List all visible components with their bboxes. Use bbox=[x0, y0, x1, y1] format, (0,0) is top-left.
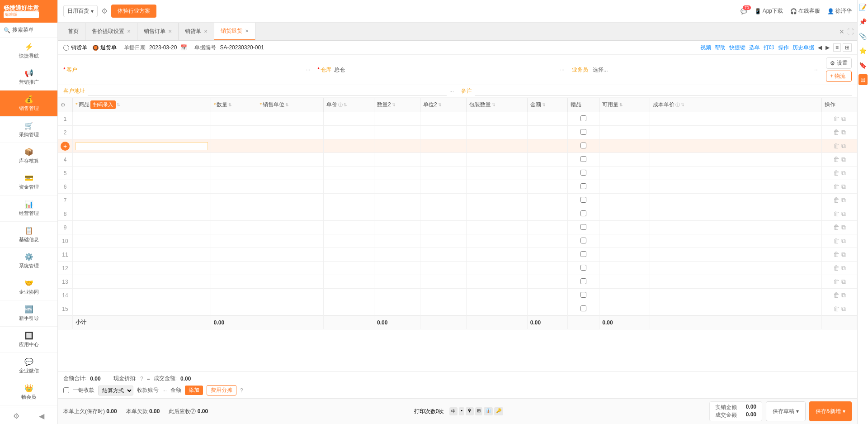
tab-delivery-close-icon[interactable]: ✕ bbox=[204, 29, 208, 34]
sidebar-item-basicinfo[interactable]: 📋 基础信息 bbox=[0, 222, 57, 248]
unit2-cell[interactable] bbox=[420, 248, 467, 262]
unit2-cell[interactable] bbox=[420, 207, 467, 221]
price-cell[interactable] bbox=[324, 275, 374, 289]
cost-price-cell[interactable] bbox=[650, 153, 822, 167]
logistics-btn[interactable]: + 物流 bbox=[826, 71, 852, 82]
right-icon-4[interactable]: ⭐ bbox=[857, 45, 868, 56]
gift-cell[interactable] bbox=[568, 194, 599, 207]
copy-row-icon[interactable]: ⧉ bbox=[841, 156, 846, 163]
sort-unit2-icon[interactable]: ⇅ bbox=[438, 103, 442, 107]
price-info-icon[interactable]: ⓘ bbox=[338, 102, 343, 108]
amount-cell[interactable] bbox=[527, 112, 567, 126]
price-cell[interactable] bbox=[324, 167, 374, 180]
sidebar-item-purchase[interactable]: 🛒 采购管理 bbox=[0, 117, 57, 143]
cost-price-cell[interactable] bbox=[650, 167, 822, 180]
price-cell[interactable] bbox=[324, 153, 374, 167]
price-cell[interactable] bbox=[324, 262, 374, 275]
qty2-cell[interactable] bbox=[374, 275, 420, 289]
gift-cell[interactable] bbox=[568, 275, 599, 289]
unit2-cell[interactable] bbox=[420, 289, 467, 302]
quantity-cell[interactable] bbox=[211, 262, 257, 275]
scan-button[interactable]: 扫码录入 bbox=[90, 100, 116, 109]
copy-row-icon[interactable]: ⧉ bbox=[841, 291, 846, 299]
qty2-cell[interactable] bbox=[374, 302, 420, 316]
amount-cell[interactable] bbox=[527, 234, 567, 248]
available-cell[interactable] bbox=[599, 234, 650, 248]
unit2-cell[interactable] bbox=[420, 153, 467, 167]
product-cell[interactable] bbox=[73, 139, 211, 153]
pkg-qty-cell[interactable] bbox=[466, 112, 527, 126]
pkg-qty-cell[interactable] bbox=[466, 302, 527, 316]
app-download-button[interactable]: 📱 App下载 bbox=[755, 7, 783, 15]
price-cell[interactable] bbox=[324, 112, 374, 126]
pkg-qty-cell[interactable] bbox=[466, 153, 527, 167]
copy-row-icon[interactable]: ⧉ bbox=[841, 129, 846, 136]
radio-delivery-input[interactable] bbox=[63, 45, 69, 51]
cost-price-cell[interactable] bbox=[650, 180, 822, 194]
one-click-payment-checkbox[interactable] bbox=[63, 387, 69, 393]
search-menu[interactable]: 🔍 搜索菜单 bbox=[0, 23, 57, 38]
unit2-cell[interactable] bbox=[420, 180, 467, 194]
tab-home[interactable]: 首页 bbox=[61, 23, 85, 40]
unit-cell[interactable] bbox=[257, 167, 323, 180]
copy-row-icon[interactable]: ⧉ bbox=[841, 237, 846, 245]
unit-cell[interactable] bbox=[257, 126, 323, 139]
unit-cell[interactable] bbox=[257, 248, 323, 262]
price-cell[interactable] bbox=[324, 248, 374, 262]
price-cell[interactable] bbox=[324, 139, 374, 153]
gift-checkbox[interactable] bbox=[580, 197, 586, 203]
delete-row-icon[interactable]: 🗑 bbox=[833, 278, 840, 286]
price-cell[interactable] bbox=[324, 194, 374, 207]
unit2-cell[interactable] bbox=[420, 139, 467, 153]
pkg-qty-cell[interactable] bbox=[466, 139, 527, 153]
unit-cell[interactable] bbox=[257, 207, 323, 221]
available-cell[interactable] bbox=[599, 153, 650, 167]
trial-button[interactable]: 体验行业方案 bbox=[111, 5, 156, 18]
input-method-icon-3[interactable]: 🎙 bbox=[466, 407, 474, 415]
pkg-qty-cell[interactable] bbox=[466, 194, 527, 207]
sort-available-icon[interactable]: ⇅ bbox=[619, 103, 623, 107]
gift-cell[interactable] bbox=[568, 126, 599, 139]
unit-cell[interactable] bbox=[257, 153, 323, 167]
unit2-cell[interactable] bbox=[420, 167, 467, 180]
gift-checkbox[interactable] bbox=[580, 143, 586, 148]
tab-price-close-icon[interactable]: ✕ bbox=[127, 29, 131, 34]
amount-cell[interactable] bbox=[527, 126, 567, 139]
delete-row-icon[interactable]: 🗑 bbox=[833, 183, 840, 191]
warehouse-more-icon[interactable]: ··· bbox=[560, 67, 565, 73]
right-icon-1[interactable]: 📝 bbox=[857, 2, 868, 13]
gift-cell[interactable] bbox=[568, 207, 599, 221]
tab-price[interactable]: 售价提取设置 ✕ bbox=[85, 23, 137, 40]
pkg-qty-cell[interactable] bbox=[466, 248, 527, 262]
customer-more-icon[interactable]: ··· bbox=[306, 67, 310, 73]
amount-cell[interactable] bbox=[527, 221, 567, 234]
product-cell[interactable] bbox=[73, 275, 211, 289]
delete-row-icon[interactable]: 🗑 bbox=[833, 142, 840, 150]
save-new-button[interactable]: 保存&新增 ▾ bbox=[809, 401, 852, 421]
product-cell[interactable] bbox=[73, 112, 211, 126]
unit-cell[interactable] bbox=[257, 139, 323, 153]
input-method-icon-6[interactable]: 🔑 bbox=[494, 407, 503, 415]
qty2-cell[interactable] bbox=[374, 126, 420, 139]
save-draft-button[interactable]: 保存草稿 ▾ bbox=[766, 401, 806, 421]
input-method-icon-5[interactable]: 👔 bbox=[484, 407, 493, 415]
unit-cell[interactable] bbox=[257, 180, 323, 194]
unit-cell[interactable] bbox=[257, 262, 323, 275]
amount-cell[interactable] bbox=[527, 207, 567, 221]
online-service-button[interactable]: 🎧 在线客服 bbox=[790, 7, 820, 15]
quantity-cell[interactable] bbox=[211, 207, 257, 221]
add-payment-button[interactable]: 添加 bbox=[185, 386, 203, 395]
gift-checkbox[interactable] bbox=[580, 210, 586, 216]
amount-cell[interactable] bbox=[527, 139, 567, 153]
available-cell[interactable] bbox=[599, 248, 650, 262]
pkg-qty-cell[interactable] bbox=[466, 234, 527, 248]
amount-cell[interactable] bbox=[527, 153, 567, 167]
product-cell[interactable] bbox=[73, 153, 211, 167]
product-cell[interactable] bbox=[73, 194, 211, 207]
expense-help-icon[interactable]: ? bbox=[240, 387, 243, 394]
gift-cell[interactable] bbox=[568, 139, 599, 153]
cost-price-cell[interactable] bbox=[650, 262, 822, 275]
copy-row-icon[interactable]: ⧉ bbox=[841, 264, 846, 272]
amount-cell[interactable] bbox=[527, 194, 567, 207]
copy-row-icon[interactable]: ⧉ bbox=[841, 196, 846, 204]
